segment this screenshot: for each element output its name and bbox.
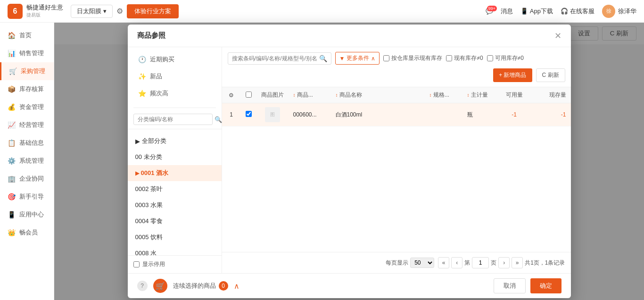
category-search-icon[interactable]: 🔍 [215, 116, 222, 123]
sidebar-item-operations[interactable]: 📈 经营管理 [0, 116, 54, 134]
sort-icon-name: ↕ [336, 92, 338, 98]
cell-check[interactable] [241, 103, 256, 126]
modal-overlay: 商品参照 ✕ 🕐 近期购买 ✨ 新 [54, 23, 644, 300]
category-item-5[interactable]: 0005 饮料 [128, 229, 222, 245]
col-header-unit[interactable]: ↕ 主计量 [462, 87, 495, 103]
col-header-code[interactable]: ↕ 商品... [289, 87, 331, 103]
sort-icon-code: ↕ [293, 92, 296, 98]
product-search-icon[interactable]: 🔍 [319, 55, 327, 62]
sidebar-item-basic[interactable]: 📋 基础信息 [0, 134, 54, 152]
trial-button[interactable]: 体验行业方案 [127, 4, 179, 18]
app-logo-icon: 6 [8, 4, 23, 19]
checkbox-avail-nonzero[interactable]: 可用库存≠0 [487, 54, 524, 62]
finance-icon: 💰 [8, 103, 16, 111]
category-item-3[interactable]: 0003 水果 [128, 197, 222, 213]
checkbox-stock-nonzero-input[interactable] [446, 55, 452, 61]
col-settings-icon[interactable]: ⚙ [222, 87, 241, 103]
cell-img: 图 [256, 103, 289, 126]
left-tab-recent[interactable]: 🕐 近期购买 [133, 52, 216, 67]
first-page-button[interactable]: « [438, 257, 449, 268]
sidebar-label-operations: 经营管理 [19, 121, 44, 129]
checkbox-stock-nonzero-label: 现有库存≠0 [454, 54, 483, 62]
category-item-6[interactable]: 0008 水 [128, 245, 222, 255]
main-layout: 🏠 首页 📊 销售管理 🛒 采购管理 📦 库存核算 💰 资金管理 📈 经营管理 … [0, 23, 644, 300]
inventory-icon: 📦 [8, 85, 16, 93]
add-product-button[interactable]: + 新增商品 [493, 68, 532, 82]
messages-label[interactable]: 消息 [501, 7, 513, 16]
sidebar-item-member[interactable]: 👑 畅会员 [0, 224, 54, 242]
category-item-all[interactable]: ▶ 全部分类 [128, 133, 222, 149]
checkbox-avail-nonzero-label: 可用库存≠0 [495, 54, 524, 62]
help-icon[interactable]: ? [137, 281, 148, 291]
next-page-button[interactable]: › [498, 257, 510, 268]
category-item-2[interactable]: 0002 茶叶 [128, 181, 222, 197]
cell-name: 白酒100ml [331, 103, 425, 126]
cart-icon[interactable]: 🛒 [153, 279, 167, 293]
username-label: 徐泽华 [618, 7, 636, 16]
filter-icon: ▼ [339, 55, 345, 62]
category-item-0[interactable]: 00 未分类 [128, 149, 222, 165]
selected-count-area: 连续选择的商品 0 [173, 281, 228, 291]
product-reference-modal: 商品参照 ✕ 🕐 近期购买 ✨ 新 [128, 25, 571, 298]
new-icon: ✨ [138, 73, 146, 80]
category-text-4: 0004 零食 [135, 217, 163, 225]
more-filter-button[interactable]: ▼ 更多条件 ∧ [335, 52, 380, 65]
user-area[interactable]: 徐 徐泽华 [602, 5, 636, 18]
sidebar-item-purchase[interactable]: 🛒 采购管理 [0, 62, 54, 80]
sidebar-label-home: 首页 [19, 31, 32, 40]
checkbox-warehouse[interactable]: 按仓库显示现有库存 [383, 54, 442, 62]
category-text-0: 00 未分类 [135, 153, 162, 161]
left-footer: 显示停用 [128, 255, 222, 273]
sidebar-item-inventory[interactable]: 📦 库存核算 [0, 80, 54, 98]
cell-unit: 瓶 [462, 103, 495, 126]
product-search-wrap: 🔍 [228, 52, 331, 65]
row-checkbox[interactable] [246, 111, 252, 117]
refresh-button[interactable]: C 刷新 [536, 68, 565, 82]
show-disabled-text: 显示停用 [142, 260, 165, 268]
prev-page-button[interactable]: ‹ [451, 257, 462, 268]
collapse-icon[interactable]: ∧ [234, 282, 239, 291]
sidebar-item-finance[interactable]: 💰 资金管理 [0, 98, 54, 116]
page-input[interactable] [472, 257, 489, 268]
product-search-input[interactable] [232, 55, 319, 62]
sidebar-item-system[interactable]: ⚙️ 系统管理 [0, 152, 54, 170]
basic-info-icon: 📋 [8, 139, 16, 147]
modal-close-button[interactable]: ✕ [554, 32, 561, 40]
app-download-nav[interactable]: 📱 App下载 [520, 7, 553, 16]
checkbox-avail-nonzero-input[interactable] [487, 55, 493, 61]
category-label-all: ▶ [135, 138, 140, 145]
last-page-button[interactable]: » [512, 257, 523, 268]
online-service-nav[interactable]: 🎧 在线客服 [561, 7, 594, 16]
pagination: 每页显示 10 20 50 100 « ‹ [222, 252, 571, 273]
left-tab-frequent[interactable]: ⭐ 频次高 [133, 86, 216, 101]
cancel-button[interactable]: 取消 [494, 278, 526, 293]
sidebar-item-sales[interactable]: 📊 销售管理 [0, 44, 54, 62]
sidebar-item-apps[interactable]: 📱 应用中心 [0, 206, 54, 224]
confirm-button[interactable]: 确定 [530, 278, 561, 293]
category-item-1[interactable]: ▶ 0001 酒水 [128, 165, 222, 181]
col-select-all[interactable] [241, 87, 256, 103]
filter-btn-label: 更多条件 [347, 54, 369, 62]
sidebar-item-home[interactable]: 🏠 首页 [0, 26, 54, 44]
settings-gear-icon[interactable]: ⚙ [116, 7, 123, 16]
col-header-spec[interactable]: ↕ 规格... [425, 87, 462, 103]
store-selector[interactable]: 日太阳膜 ▾ [71, 5, 113, 18]
show-disabled-checkbox[interactable] [133, 261, 140, 267]
category-item-4[interactable]: 0004 零食 [128, 213, 222, 229]
page-size-dropdown[interactable]: 10 20 50 100 [410, 258, 434, 268]
recent-icon: 🕐 [138, 56, 146, 63]
operations-icon: 📈 [8, 121, 16, 129]
category-search-input[interactable] [133, 114, 213, 125]
sidebar-item-guide[interactable]: 🎯 新手引导 [0, 188, 54, 206]
col-header-name[interactable]: ↕ 商品名称 [331, 87, 425, 103]
messages-nav-item[interactable]: 💬 99+ [486, 8, 493, 15]
left-tab-new[interactable]: ✨ 新品 [133, 69, 216, 84]
checkbox-warehouse-input[interactable] [383, 55, 389, 61]
checkbox-stock-nonzero[interactable]: 现有库存≠0 [446, 54, 483, 62]
select-all-checkbox[interactable] [246, 92, 252, 98]
sidebar-item-enterprise[interactable]: 🏢 企业协同 [0, 170, 54, 188]
footer-right: 取消 确定 [494, 278, 561, 293]
show-disabled-label[interactable]: 显示停用 [133, 260, 216, 268]
table-row[interactable]: 1 图 000600... 白酒100ml 瓶 [222, 103, 571, 126]
col-header-avail: 可用量 [495, 87, 533, 103]
